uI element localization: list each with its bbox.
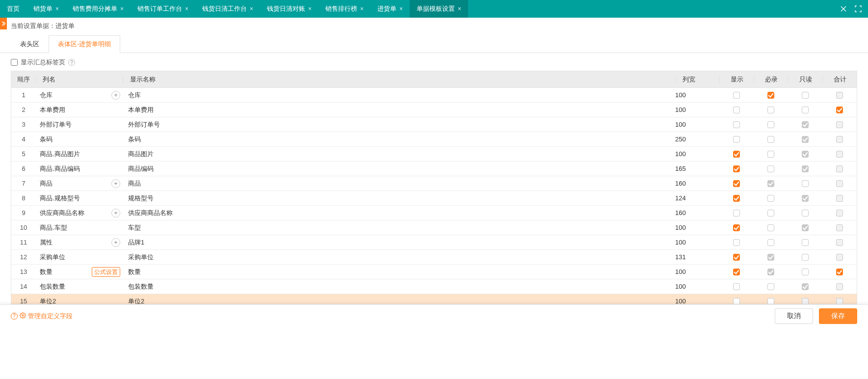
close-icon[interactable]: × [458, 5, 461, 12]
checkbox-show[interactable] [733, 180, 740, 187]
table-row[interactable]: 9供应商商品名称+供应商商品名称160 [11, 206, 857, 220]
table-row[interactable]: 7商品+商品160 [11, 176, 857, 191]
top-tab-5[interactable]: 钱货日清对账× [260, 0, 318, 18]
sub-tab-1[interactable]: 表体区-进货单明细 [49, 35, 120, 53]
top-tab-7[interactable]: 进货单× [370, 0, 410, 18]
row-width[interactable]: 100 [675, 91, 719, 99]
checkbox-show[interactable] [733, 107, 740, 113]
table-row[interactable]: 2本单费用本单费用100 [11, 103, 857, 117]
checkbox-show[interactable] [733, 165, 740, 172]
close-all-icon[interactable] [840, 5, 847, 13]
formula-button[interactable]: 公式设置 [92, 267, 120, 277]
checkbox-show[interactable] [733, 224, 740, 231]
row-width[interactable]: 165 [675, 165, 719, 172]
row-width[interactable]: 100 [675, 239, 719, 246]
checkbox-readonly[interactable] [802, 239, 809, 246]
row-width[interactable]: 160 [675, 180, 719, 187]
close-icon[interactable]: × [360, 5, 364, 12]
checkbox-show[interactable] [733, 298, 740, 304]
checkbox-required[interactable] [767, 136, 774, 143]
checkbox-show[interactable] [733, 283, 740, 290]
close-icon[interactable]: × [55, 5, 59, 12]
checkbox-readonly[interactable] [802, 92, 809, 99]
top-tab-2[interactable]: 销售费用分摊单× [66, 0, 131, 18]
table-row[interactable]: 12采购单位采购单位131 [11, 250, 857, 265]
table-row[interactable]: 4条码条码250 [11, 132, 857, 147]
top-tab-3[interactable]: 销售订单工作台× [131, 0, 195, 18]
checkbox-required[interactable] [767, 165, 774, 172]
plus-icon[interactable]: + [111, 238, 120, 247]
checkbox-required[interactable] [767, 283, 774, 290]
table-row[interactable]: 8商品.规格型号规格型号124 [11, 191, 857, 206]
row-display-name[interactable]: 商品图片 [123, 150, 675, 159]
row-width[interactable]: 100 [675, 268, 719, 275]
checkbox-show[interactable] [733, 210, 740, 217]
table-row[interactable]: 3外部订单号外部订单号100 [11, 117, 857, 132]
row-width[interactable]: 250 [675, 135, 719, 143]
close-icon[interactable]: × [399, 5, 403, 12]
close-icon[interactable]: × [250, 5, 253, 12]
checkbox-sum[interactable] [836, 107, 843, 113]
checkbox-show[interactable] [733, 254, 740, 261]
row-display-name[interactable]: 商品编码 [123, 164, 675, 173]
close-icon[interactable]: × [185, 5, 188, 12]
table-row[interactable]: 1仓库+仓库100 [11, 88, 857, 103]
row-width[interactable]: 160 [675, 209, 719, 217]
checkbox-show[interactable] [733, 195, 740, 202]
plus-icon[interactable]: + [111, 91, 120, 100]
table-row[interactable]: 13数量公式设置数量100 [11, 265, 857, 279]
row-display-name[interactable]: 商品 [123, 179, 675, 188]
checkbox-show[interactable] [733, 269, 740, 275]
plus-icon[interactable]: + [111, 209, 120, 217]
collapse-toggle[interactable] [0, 18, 7, 29]
table-row[interactable]: 14包装数量包装数量100 [11, 279, 857, 294]
checkbox-required[interactable] [767, 298, 774, 304]
close-icon[interactable]: × [120, 5, 124, 12]
checkbox-required[interactable] [767, 121, 774, 128]
row-width[interactable]: 131 [675, 253, 719, 261]
checkbox-required[interactable] [767, 239, 774, 246]
table-row[interactable]: 11属性+品牌1100 [11, 235, 857, 250]
row-display-name[interactable]: 仓库 [123, 91, 675, 100]
checkbox-readonly[interactable] [802, 254, 809, 261]
checkbox-readonly[interactable] [802, 269, 809, 275]
row-width[interactable]: 100 [675, 106, 719, 113]
checkbox-show[interactable] [733, 136, 740, 143]
row-display-name[interactable]: 数量 [123, 268, 675, 276]
row-display-name[interactable]: 本单费用 [123, 106, 675, 114]
checkbox-readonly[interactable] [802, 210, 809, 217]
row-width[interactable]: 100 [675, 150, 719, 158]
help-icon[interactable]: ? [68, 59, 75, 66]
cancel-button[interactable]: 取消 [775, 308, 813, 324]
row-display-name[interactable]: 品牌1 [123, 238, 675, 247]
manage-custom-fields-link[interactable]: 管理自定义字段 [28, 312, 73, 321]
top-tab-6[interactable]: 销售排行榜× [318, 0, 370, 18]
row-display-name[interactable]: 采购单位 [123, 253, 675, 262]
checkbox-readonly[interactable] [802, 107, 809, 113]
checkbox-show[interactable] [733, 151, 740, 158]
top-tab-0[interactable]: 首页 [0, 0, 26, 18]
close-icon[interactable]: × [308, 5, 312, 12]
row-display-name[interactable]: 单位2 [123, 297, 675, 304]
checkbox-required[interactable] [767, 151, 774, 158]
summary-checkbox[interactable] [11, 59, 18, 66]
checkbox-readonly[interactable] [802, 180, 809, 187]
table-row[interactable]: 10商品.车型车型100 [11, 220, 857, 235]
checkbox-sum[interactable] [836, 269, 843, 275]
row-width[interactable]: 100 [675, 224, 719, 231]
checkbox-required[interactable] [767, 92, 774, 99]
row-display-name[interactable]: 规格型号 [123, 194, 675, 203]
checkbox-required[interactable] [767, 210, 774, 217]
row-display-name[interactable]: 条码 [123, 135, 675, 144]
plus-icon[interactable]: + [111, 179, 120, 188]
table-row[interactable]: 6商品.商品编码商品编码165 [11, 162, 857, 176]
row-width[interactable]: 124 [675, 194, 719, 202]
checkbox-required[interactable] [767, 107, 774, 113]
checkbox-required[interactable] [767, 195, 774, 202]
row-width[interactable]: 100 [675, 121, 719, 128]
table-row[interactable]: 5商品.商品图片商品图片100 [11, 147, 857, 162]
sub-tab-0[interactable]: 表头区 [11, 35, 49, 53]
row-display-name[interactable]: 供应商商品名称 [123, 209, 675, 217]
table-row[interactable]: 15单位2单位2100 [11, 294, 857, 304]
checkbox-show[interactable] [733, 239, 740, 246]
